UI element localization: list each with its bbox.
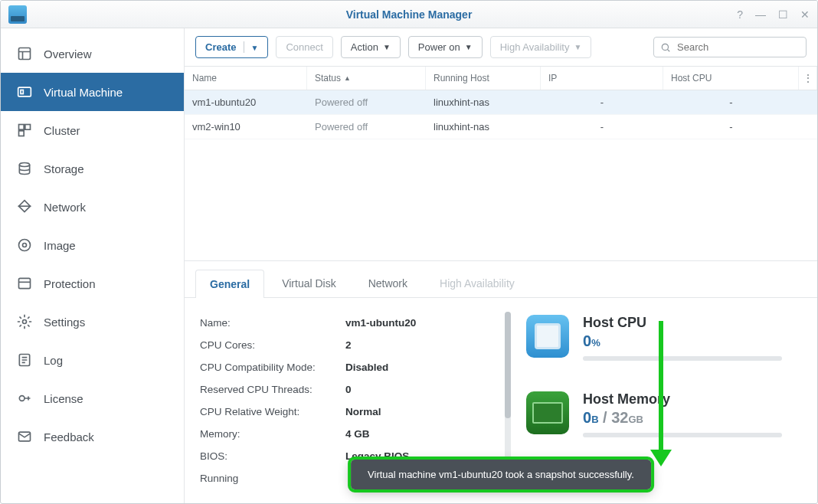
feedback-icon [16,428,33,445]
tab-network[interactable]: Network [354,269,422,297]
chevron-down-icon[interactable]: ▼ [244,41,258,53]
value-reserved-threads: 0 [345,384,352,395]
metric-mem-total: 32 [611,409,628,426]
help-icon[interactable]: ? [737,8,743,21]
th-ip[interactable]: IP [541,67,663,90]
sidebar-item-label: Settings [44,316,85,329]
sidebar-item-label: License [44,392,83,405]
label-cpu-cores: CPU Cores: [200,339,345,351]
minimize-icon[interactable]: — [755,8,766,21]
label-bios: BIOS: [200,450,345,462]
metric-mem-total-unit: GB [628,414,643,425]
value-cpu-compat: Disabled [345,362,388,373]
value-name: vm1-ubuntu20 [345,317,416,329]
th-host-cpu[interactable]: Host CPU [663,67,799,90]
protection-icon [16,275,33,292]
high-availability-button[interactable]: High Availability ▼ [490,36,592,58]
sidebar-item-label: Feedback [44,430,94,443]
metric-cpu-unit: % [591,337,600,349]
search-input[interactable] [676,41,807,54]
sidebar-item-label: Log [44,354,63,367]
svg-rect-0 [19,48,31,60]
th-status[interactable]: Status▲ [307,67,426,90]
sidebar-item-storage[interactable]: Storage [1,149,184,188]
table-row[interactable]: vm1-ubuntu20 Powered off linuxhint-nas -… [185,90,817,115]
th-name[interactable]: Name [185,67,307,90]
label-name: Name: [200,317,345,329]
connect-button[interactable]: Connect [276,36,332,58]
sidebar-item-virtual-machine[interactable]: Virtual Machine [1,73,184,111]
sidebar-item-license[interactable]: License [1,379,184,417]
sidebar-item-log[interactable]: Log [1,341,184,379]
value-memory: 4 GB [345,428,370,440]
window-title: Virtual Machine Manager [1,8,817,21]
tab-general[interactable]: General [195,270,264,298]
sidebar-item-label: Image [44,239,76,252]
sort-asc-icon: ▲ [344,74,351,82]
sidebar-item-label: Virtual Machine [44,86,123,99]
cell-status: Powered off [307,115,426,139]
sidebar-item-settings[interactable]: Settings [1,303,184,341]
virtual-machine-icon [16,83,33,100]
svg-rect-1 [18,87,31,97]
sidebar-item-feedback[interactable]: Feedback [1,417,184,456]
cell-cpu: - [663,90,799,114]
search-icon [660,42,671,53]
th-more-icon[interactable]: ⋮ [799,67,817,90]
cpu-icon [526,315,569,358]
cell-status: Powered off [307,90,426,114]
memory-icon [526,391,569,434]
app-window: Virtual Machine Manager ? — ☐ ✕ Overview… [0,0,818,504]
svg-rect-2 [21,90,23,94]
overview-icon [16,45,33,62]
create-button[interactable]: Create ▼ [195,36,268,58]
cell-host: linuxhint-nas [426,115,541,139]
main-panel: Create ▼ Connect Action ▼ Power on ▼ Hig… [185,28,817,503]
svg-point-8 [23,244,27,247]
cluster-icon [16,122,33,139]
sidebar-item-image[interactable]: Image [1,226,184,264]
settings-icon [16,313,33,330]
close-icon[interactable]: ✕ [800,8,810,21]
sidebar-item-cluster[interactable]: Cluster [1,111,184,149]
app-icon [8,5,27,24]
sidebar-item-label: Cluster [44,124,80,137]
cell-ip: - [541,90,663,114]
action-button[interactable]: Action ▼ [341,36,401,58]
sidebar-item-protection[interactable]: Protection [1,264,184,303]
image-icon [16,237,33,254]
sidebar-item-network[interactable]: Network [1,188,184,226]
svg-rect-5 [19,131,25,136]
metric-mem-used-unit: B [591,414,598,425]
toast-snapshot-success: Virtual machine vm1-ubuntu20 took a snap… [351,460,651,489]
th-running-host[interactable]: Running Host [426,67,541,90]
label-reserved-threads: Reserved CPU Threads: [200,384,345,395]
log-icon [16,352,33,368]
svg-rect-9 [19,278,31,288]
maximize-icon[interactable]: ☐ [778,8,788,21]
svg-point-14 [662,44,668,50]
chevron-down-icon: ▼ [383,43,391,51]
table-row[interactable]: vm2-win10 Powered off linuxhint-nas - - [185,115,817,139]
svg-rect-4 [25,125,31,130]
search-box[interactable] [653,37,807,57]
value-cpu-cores: 2 [345,339,352,351]
sidebar-item-overview[interactable]: Overview [1,34,184,73]
table-header: Name Status▲ Running Host IP Host CPU ⋮ [185,67,817,90]
label-cpu-weight: CPU Relative Weight: [200,406,345,417]
tab-high-availability[interactable]: High Availability [425,269,529,297]
svg-point-12 [19,396,25,401]
toolbar: Create ▼ Connect Action ▼ Power on ▼ Hig… [185,28,817,67]
label-memory: Memory: [200,428,345,440]
sidebar-item-label: Protection [44,277,96,290]
power-on-button[interactable]: Power on ▼ [408,36,483,58]
memory-bar [583,433,782,437]
svg-point-7 [19,240,31,251]
sidebar-item-label: Overview [44,47,92,61]
sidebar-item-label: Storage [44,162,84,175]
svg-rect-3 [19,125,25,130]
tab-virtual-disk[interactable]: Virtual Disk [267,269,351,297]
sidebar: Overview Virtual Machine Cluster Storage… [1,28,185,503]
cell-name: vm1-ubuntu20 [185,90,307,114]
chevron-down-icon: ▼ [465,43,473,51]
